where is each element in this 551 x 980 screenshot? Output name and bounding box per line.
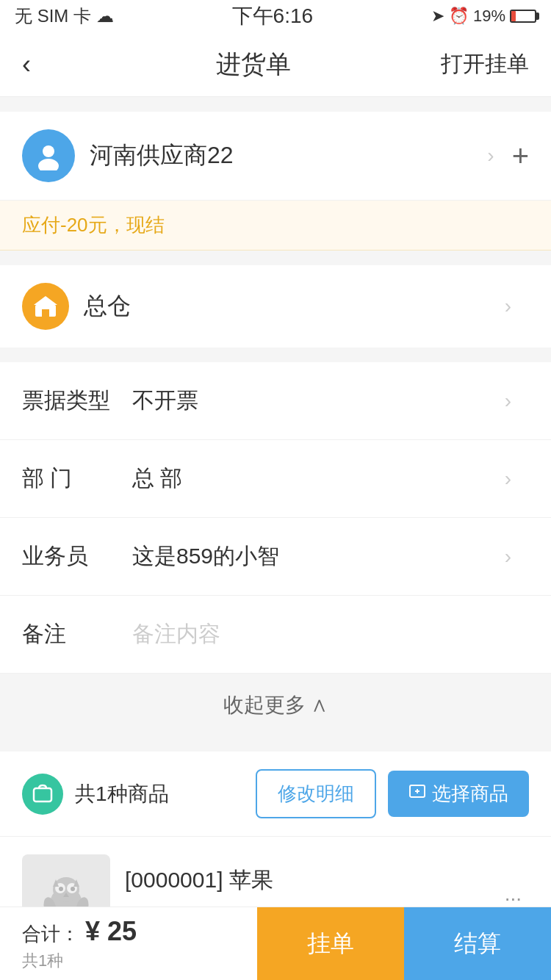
bottom-bar: 合计： ¥ 25 共1种 挂单 结算 (0, 907, 551, 980)
supplier-notice: 应付-20元，现结 (0, 201, 551, 251)
product-name: [0000001] 苹果 (125, 865, 497, 896)
invoice-chevron-icon: › (505, 389, 511, 413)
salesperson-value: 这是859的小智 (118, 541, 505, 572)
svg-point-13 (59, 887, 63, 891)
salesperson-chevron-icon: › (505, 545, 511, 569)
status-bar: 无 SIM 卡 ☁ 下午6:16 ➤ ⏰ 19% (0, 0, 551, 32)
department-label: 部 门 (22, 464, 118, 494)
open-pending-button[interactable]: 打开挂单 (441, 49, 529, 79)
chevron-right-icon: › (487, 144, 494, 167)
total-section: 合计： ¥ 25 共1种 (0, 907, 257, 980)
salesperson-label: 业务员 (22, 541, 118, 572)
total-sub-text: 共1种 (22, 950, 235, 972)
department-chevron-icon: › (505, 467, 511, 491)
department-value: 总 部 (118, 464, 505, 494)
add-button[interactable]: + (512, 140, 529, 173)
status-time: 下午6:16 (232, 2, 314, 30)
warehouse-chevron-icon: › (505, 295, 511, 318)
section-gap-2 (0, 251, 551, 265)
svg-marker-3 (34, 296, 57, 305)
svg-point-0 (43, 145, 54, 157)
notes-placeholder: 备注内容 (118, 619, 529, 649)
alarm-icon: ⏰ (449, 7, 469, 26)
svg-point-14 (71, 887, 75, 891)
total-amount: ¥ 25 (85, 916, 137, 947)
supplier-section: 河南供应商22 › + 应付-20元，现结 (0, 112, 551, 251)
user-icon (34, 141, 63, 170)
invoice-type-row[interactable]: 票据类型 不开票 › (0, 362, 551, 440)
salesperson-row[interactable]: 业务员 这是859的小智 › (0, 518, 551, 596)
pending-button[interactable]: 挂单 (257, 907, 404, 980)
section-gap-4 (0, 737, 551, 752)
sim-status: 无 SIM 卡 ☁ (15, 4, 114, 28)
notes-label: 备注 (22, 619, 118, 649)
warehouse-icon-wrap (22, 283, 69, 330)
supplier-avatar (22, 129, 75, 182)
supplier-row[interactable]: 河南供应商22 › + (0, 112, 551, 201)
svg-point-1 (38, 159, 59, 170)
edit-detail-button[interactable]: 修改明细 (256, 769, 376, 818)
battery-level: 19% (473, 7, 505, 26)
product-count: 共1种商品 (75, 780, 256, 808)
section-gap-3 (0, 347, 551, 362)
select-product-button[interactable]: 选择商品 (388, 771, 529, 817)
warehouse-icon (32, 293, 59, 320)
warehouse-row[interactable]: 总仓 › (0, 265, 551, 347)
form-section: 票据类型 不开票 › 部 门 总 部 › 业务员 这是859的小智 › 备注 备… (0, 362, 551, 674)
total-label-row: 合计： ¥ 25 (22, 916, 235, 947)
department-row[interactable]: 部 门 总 部 › (0, 440, 551, 518)
invoice-type-value: 不开票 (118, 386, 505, 416)
product-header: 共1种商品 修改明细 选择商品 (0, 752, 551, 837)
status-left: 无 SIM 卡 ☁ (15, 4, 114, 28)
total-label-text: 合计： (22, 921, 79, 947)
product-title: 苹果 (229, 868, 273, 892)
supplier-name: 河南供应商22 (90, 140, 487, 172)
back-button[interactable]: ‹ (22, 49, 66, 80)
battery-icon (510, 10, 536, 23)
page-title: 进货单 (216, 48, 291, 82)
section-gap-1 (0, 97, 551, 112)
invoice-type-label: 票据类型 (22, 386, 118, 416)
status-right: ➤ ⏰ 19% (431, 7, 536, 26)
product-icon-wrap (22, 774, 63, 815)
checkout-button[interactable]: 结算 (404, 907, 551, 980)
warehouse-section: 总仓 › (0, 265, 551, 347)
cart-icon (31, 782, 54, 806)
location-icon: ➤ (431, 7, 444, 26)
notes-row[interactable]: 备注 备注内容 (0, 596, 551, 674)
select-product-label: 选择商品 (432, 781, 508, 807)
svg-rect-4 (42, 309, 49, 317)
product-code: [0000001] (125, 868, 223, 892)
select-icon (408, 782, 426, 805)
svg-rect-5 (34, 788, 51, 801)
warehouse-name: 总仓 (84, 290, 505, 323)
nav-bar: ‹ 进货单 打开挂单 (0, 32, 551, 97)
collapse-button[interactable]: 收起更多 ∧ (0, 674, 551, 737)
